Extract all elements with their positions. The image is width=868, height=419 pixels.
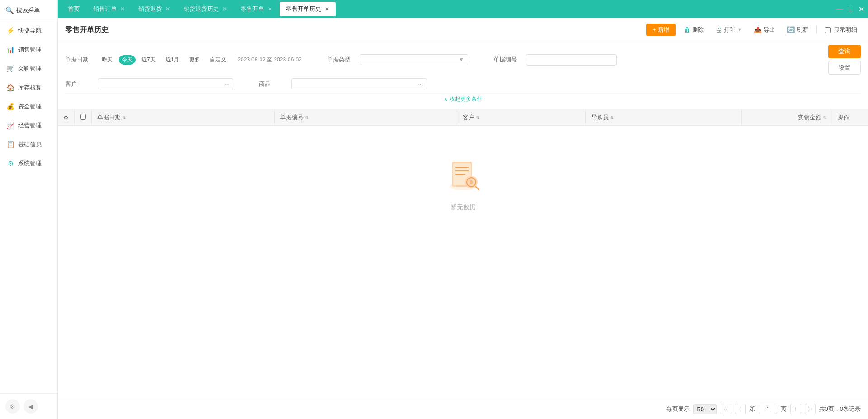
sidebar-bottom: ⚙ ◀ [0,393,57,419]
tab-sales-return-history-close[interactable]: ✕ [223,6,227,12]
page-next-btn[interactable]: ⟩ [790,404,801,414]
sort-date-icon[interactable]: ⇅ [122,115,126,120]
sort-amount-icon[interactable]: ⇅ [823,115,826,120]
number-filter-input[interactable] [526,54,617,66]
goods-dots-icon[interactable]: ··· [418,80,423,87]
sidebar-item-finance[interactable]: 💰 资金管理 [0,97,57,116]
toolbar-separator [816,26,817,34]
window-maximize-btn[interactable]: □ [849,5,853,13]
tab-retail-open[interactable]: 零售开单 ✕ [234,2,279,16]
collapse-label: 收起更多条件 [450,95,482,103]
page-prev-btn[interactable]: ⟨ [735,404,746,414]
sidebar-item-basic[interactable]: 📋 基础信息 [0,135,57,154]
refresh-icon: 🔄 [787,26,795,33]
sidebar-item-operation[interactable]: 📈 经营管理 [0,116,57,135]
customer-dots-icon[interactable]: ··· [224,80,229,87]
print-button[interactable]: 🖨 打印 ▼ [712,24,746,36]
table-wrapper: ⚙ 单据日期 ⇅ 单据编号 [58,110,868,399]
type-filter-label: 单据类型 [327,56,352,64]
tab-home[interactable]: 首页 [62,2,86,16]
sidebar-item-sales[interactable]: 📊 销售管理 [0,40,57,59]
table-header-row: ⚙ 单据日期 ⇅ 单据编号 [58,110,868,126]
pagination: 每页显示 50 100 200 ⟨⟨ ⟨ 第 1 页 ⟩ ⟩⟩ 共0页，0条记录 [58,399,868,419]
tab-sales-return-label: 销货退货 [138,5,162,13]
date-range-display: 2023-06-02 至 2023-06-02 [237,56,301,64]
delete-label: 删除 [692,26,704,34]
th-date-label: 单据日期 [97,113,121,122]
page-first-btn[interactable]: ⟨⟨ [721,404,731,414]
settings-icon[interactable]: ⚙ [63,114,69,121]
date-btn-yesterday[interactable]: 昨天 [98,55,117,65]
display-detail-checkbox[interactable] [825,27,831,33]
page-title: 零售开单历史 [65,25,109,35]
tab-home-label: 首页 [68,5,80,13]
date-btn-7days[interactable]: 近7天 [138,55,160,65]
empty-text: 暂无数据 [451,203,476,212]
tab-bar: 首页 销售订单 ✕ 销货退货 ✕ 销货退货历史 ✕ 零售开单 ✕ 零售开单历史 … [58,0,868,18]
delete-button[interactable]: 🗑 删除 [680,24,707,36]
tab-sales-return[interactable]: 销货退货 ✕ [132,2,176,16]
filter-area: 单据日期 昨天 今天 近7天 近1月 更多 自定义 2023-06-02 至 2… [58,40,868,110]
sidebar-item-purchase[interactable]: 🛒 采购管理 [0,59,57,78]
customer-filter-input[interactable]: ··· [98,78,233,89]
filter-row-1: 单据日期 昨天 今天 近7天 近1月 更多 自定义 2023-06-02 至 2… [65,45,861,75]
finance-icon: 💰 [6,103,14,111]
window-close-btn[interactable]: ✕ [859,5,864,14]
export-label: 导出 [764,26,775,34]
basic-icon: 📋 [6,141,14,149]
tab-sales-return-close[interactable]: ✕ [166,6,170,12]
tab-sales-return-history[interactable]: 销货退货历史 ✕ [177,2,233,16]
th-settings[interactable]: ⚙ [58,110,75,126]
sort-customer-icon[interactable]: ⇅ [476,115,479,120]
date-btn-custom[interactable]: 自定义 [206,55,230,65]
sidebar-search[interactable]: 🔍 搜索采单 [0,0,57,21]
sidebar-item-quick-nav[interactable]: ⚡ 快捷导航 [0,21,57,40]
goods-filter-label: 商品 [259,80,284,88]
tab-retail-history[interactable]: 零售开单历史 ✕ [280,2,336,16]
window-minimize-btn[interactable]: — [836,5,843,13]
add-button[interactable]: + 新增 [646,24,676,36]
tab-retail-open-label: 零售开单 [241,5,264,13]
date-btn-1month[interactable]: 近1月 [161,55,184,65]
goods-filter-input[interactable]: ··· [291,78,427,89]
empty-state: 暂无数据 [58,126,868,239]
tab-retail-history-close[interactable]: ✕ [325,6,329,12]
refresh-button[interactable]: 🔄 刷新 [783,24,812,36]
settings-button[interactable]: 设置 [828,61,861,75]
delete-icon: 🗑 [684,26,690,33]
collapse-filter-btn[interactable]: ∧ 收起更多条件 [65,93,861,105]
page-label: 第 [749,405,755,413]
sidebar-item-system[interactable]: ⚙ 系统管理 [0,154,57,173]
date-filter-buttons: 昨天 今天 近7天 近1月 更多 自定义 [98,55,230,65]
select-all-checkbox[interactable] [80,114,86,120]
type-chevron-icon: ▼ [459,56,464,63]
gear-icon: ⚙ [10,403,15,410]
display-detail-btn[interactable]: 显示明细 [821,24,861,36]
th-number: 单据编号 ⇅ [274,110,457,126]
export-button[interactable]: 📤 导出 [750,24,779,36]
query-set-group: 查询 设置 [828,45,861,75]
sidebar-item-label: 快捷导航 [18,27,42,35]
th-checkbox[interactable] [75,110,92,126]
page-header: 零售开单历史 + 新增 🗑 删除 🖨 打印 ▼ 📤 导出 🔄 [58,18,868,40]
tab-retail-open-close[interactable]: ✕ [268,6,272,12]
date-btn-more[interactable]: 更多 [185,55,204,65]
tab-sales-order-close[interactable]: ✕ [120,6,125,12]
sidebar-item-label: 经营管理 [18,122,42,130]
type-filter-select[interactable]: ▼ [360,54,468,65]
collapse-sidebar-btn[interactable]: ◀ [24,399,38,414]
page-number-input[interactable]: 1 [759,405,777,414]
date-btn-today[interactable]: 今天 [119,55,136,65]
print-dropdown-icon[interactable]: ▼ [737,27,742,33]
tab-sales-order[interactable]: 销售订单 ✕ [87,2,131,16]
sidebar-item-inventory[interactable]: 🏠 库存核算 [0,78,57,97]
query-button[interactable]: 查询 [828,45,861,58]
page-last-btn[interactable]: ⟩⟩ [805,404,816,414]
sort-guide-icon[interactable]: ⇅ [610,115,614,120]
total-info: 共0页，0条记录 [819,405,861,413]
settings-bottom-btn[interactable]: ⚙ [5,399,20,414]
page-size-select[interactable]: 50 100 200 [693,404,717,414]
sort-number-icon[interactable]: ⇅ [305,115,308,120]
quick-nav-icon: ⚡ [6,27,14,35]
date-filter-label: 单据日期 [65,56,90,64]
